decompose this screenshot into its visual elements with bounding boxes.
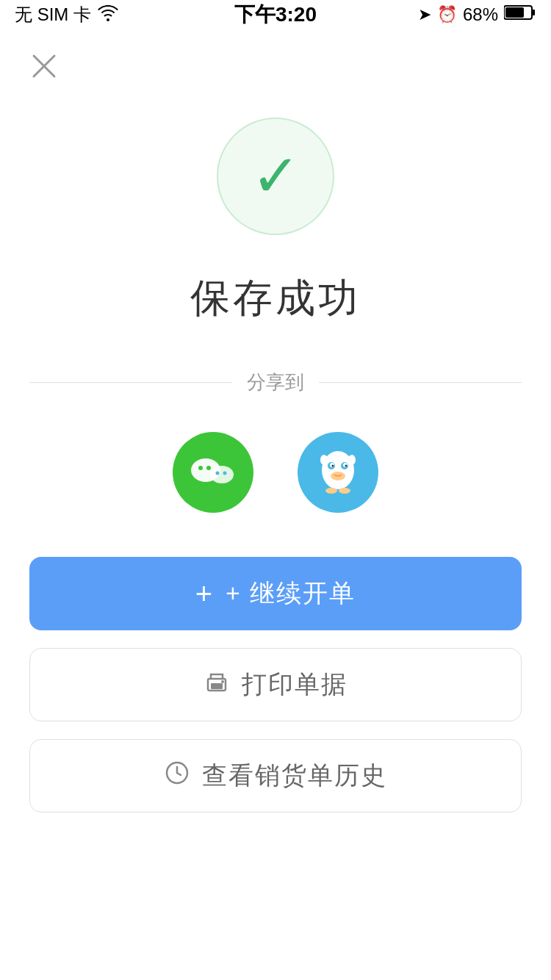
action-buttons: + + 继续开单 打印单据 查看销货单历 [29, 557, 522, 813]
svg-rect-2 [505, 7, 524, 18]
continue-order-label: + 继续开单 [226, 577, 356, 610]
svg-rect-24 [211, 683, 223, 689]
share-label: 分享到 [247, 370, 304, 395]
svg-point-20 [348, 455, 356, 465]
share-icons [29, 432, 522, 513]
print-label: 打印单据 [242, 668, 347, 702]
svg-point-19 [320, 455, 328, 465]
share-section: 分享到 [29, 370, 522, 513]
success-circle: ✓ [217, 118, 334, 235]
svg-point-22 [339, 488, 350, 494]
share-divider: 分享到 [29, 370, 522, 395]
wechat-share-button[interactable] [173, 432, 253, 513]
svg-point-16 [332, 465, 334, 467]
svg-point-7 [198, 466, 203, 470]
svg-point-25 [221, 680, 224, 683]
status-bar: 无 SIM 卡 下午3:20 ➤ ⏰ 68% [0, 0, 551, 29]
battery-icon [504, 4, 536, 25]
svg-point-21 [325, 488, 337, 494]
history-icon [164, 760, 190, 792]
svg-point-9 [216, 472, 220, 475]
svg-rect-1 [532, 10, 535, 15]
svg-point-17 [345, 465, 347, 467]
history-button[interactable]: 查看销货单历史 [29, 739, 522, 813]
plus-icon: + [195, 577, 214, 610]
wifi-icon [97, 4, 119, 26]
close-button[interactable] [22, 44, 66, 88]
status-left: 无 SIM 卡 [15, 3, 119, 26]
status-time: 下午3:20 [234, 1, 317, 29]
svg-point-6 [210, 466, 234, 483]
qq-share-button[interactable] [298, 432, 378, 513]
location-icon: ➤ [418, 5, 431, 24]
status-right: ➤ ⏰ 68% [418, 4, 536, 25]
checkmark-icon: ✓ [251, 147, 300, 206]
alarm-icon: ⏰ [437, 5, 457, 24]
svg-point-10 [223, 472, 227, 475]
main-content: ✓ 保存成功 分享到 [0, 103, 551, 980]
history-label: 查看销货单历史 [202, 759, 387, 793]
continue-order-button[interactable]: + + 继续开单 [29, 557, 522, 630]
svg-point-8 [206, 466, 211, 470]
no-sim-text: 无 SIM 卡 [15, 3, 91, 26]
battery-percent: 68% [463, 4, 498, 25]
success-title: 保存成功 [190, 272, 361, 325]
print-button[interactable]: 打印单据 [29, 648, 522, 721]
print-icon [204, 669, 230, 701]
